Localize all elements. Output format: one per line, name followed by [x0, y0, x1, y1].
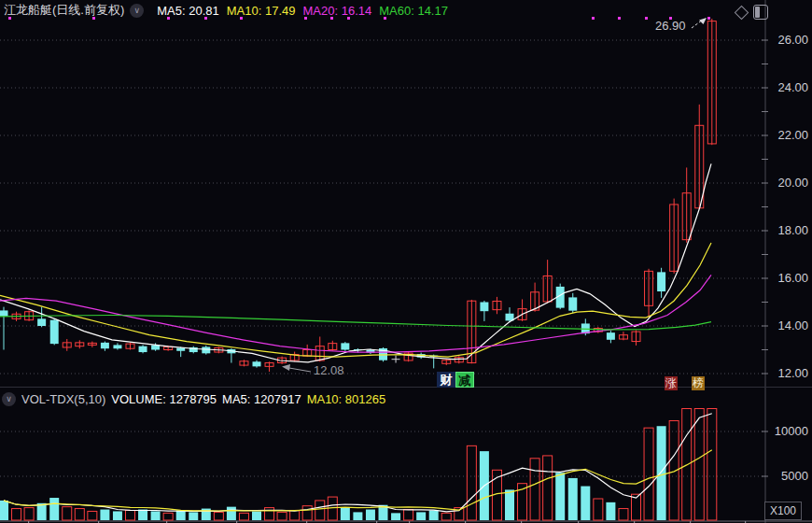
price-axis-label: 12.00: [765, 366, 808, 380]
price-axis-label: 14.00: [765, 318, 808, 332]
watermark-char-1: 财: [437, 372, 455, 388]
price-axis-label: 20.00: [765, 176, 808, 190]
volume-unit-label: X100: [764, 502, 802, 520]
volume-ma5-value: MA5: 1207917: [222, 392, 301, 406]
ma-legend-item: MA10: 17.49: [227, 4, 296, 18]
low-price-annotation: 12.08: [314, 363, 344, 377]
price-axis-label: 22.00: [765, 128, 808, 142]
rise-badge-button[interactable]: 涨: [665, 376, 678, 390]
price-axis-label: 26.00: [765, 33, 808, 47]
price-axis-label: 18.00: [765, 223, 808, 237]
volume-indicator-label[interactable]: VOL-TDX(5,10): [21, 392, 105, 406]
chevron-down-icon[interactable]: ∨: [2, 392, 16, 406]
split-panel-icon[interactable]: [753, 5, 768, 20]
price-axis-label: 16.00: [765, 271, 808, 285]
volume-value: VOLUME: 1278795: [111, 392, 217, 406]
price-axis-label: 24.00: [765, 80, 808, 94]
watermark-char-2: 减: [455, 372, 474, 388]
volume-header: ∨ VOL-TDX(5,10) VOLUME: 1278795 MA5: 120…: [0, 389, 765, 408]
rank-badge-button[interactable]: 榜: [692, 376, 705, 390]
chevron-down-icon[interactable]: ∨: [130, 4, 144, 18]
ma-legend-item: MA20: 16.14: [303, 4, 372, 18]
ma-legend: MA5: 20.81MA10: 17.49MA20: 16.14MA60: 14…: [149, 4, 448, 18]
watermark-badge: 财 减: [437, 372, 474, 388]
ma-legend-item: MA60: 14.17: [379, 4, 448, 18]
kline-chart-canvas[interactable]: [0, 0, 812, 523]
ma-legend-item: MA5: 20.81: [157, 4, 219, 18]
volume-ma10-value: MA10: 801265: [307, 392, 386, 406]
stock-title[interactable]: 江龙船艇(日线.前复权): [4, 2, 124, 19]
volume-axis-label: 10000: [765, 424, 808, 438]
chart-header: 江龙船艇(日线.前复权) ∨ MA5: 20.81MA10: 17.49MA20…: [0, 0, 812, 21]
stock-chart-app: 江龙船艇(日线.前复权) ∨ MA5: 20.81MA10: 17.49MA20…: [0, 0, 812, 523]
volume-axis-label: 5000: [765, 469, 808, 483]
high-price-annotation: 26.90: [655, 19, 686, 33]
